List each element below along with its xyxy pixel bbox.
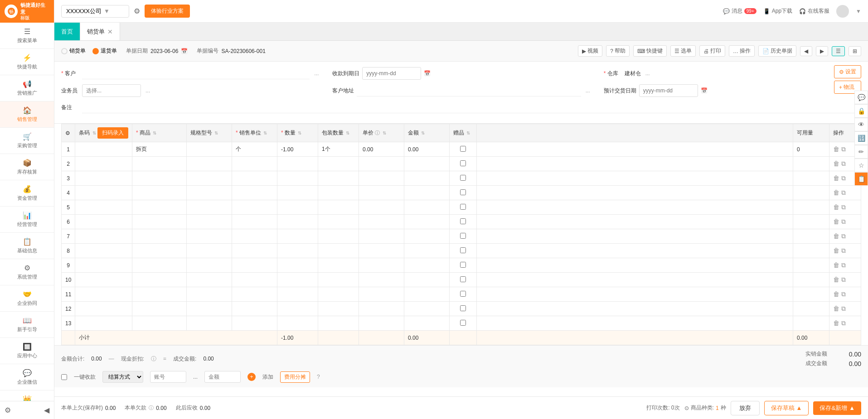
help-btn[interactable]: ? 帮助 <box>606 45 630 57</box>
tab-close-icon[interactable]: ✕ <box>107 28 113 35</box>
sidebar-item-guide[interactable]: 📖 新手引导 <box>0 312 54 338</box>
sidebar-item-wechat[interactable]: 💬 企业微信 <box>0 364 54 390</box>
sidebar-collapse-icon[interactable]: ◀ <box>44 406 49 414</box>
tab-sales-order[interactable]: 销货单 ✕ <box>80 23 120 40</box>
cash-discount-info-icon[interactable]: ⓘ <box>151 355 156 363</box>
video-btn[interactable]: ▶ 视频 <box>578 45 602 57</box>
delete-icon-2[interactable]: 🗑 <box>833 160 839 168</box>
sidebar-item-business[interactable]: 📊 经营管理 <box>0 207 54 233</box>
notes-input[interactable] <box>82 101 861 113</box>
right-float-calc[interactable]: 🔢 <box>854 131 868 145</box>
expense-split-btn[interactable]: 费用分摊 <box>280 371 310 383</box>
save-new-btn[interactable]: 保存&新增 ▲ <box>813 401 861 415</box>
view-grid-btn[interactable]: ⊞ <box>849 46 861 56</box>
spec-sort-icon[interactable]: ⇅ <box>214 130 218 135</box>
nav-next-btn[interactable]: ▶ <box>816 46 828 56</box>
product-cell-1[interactable]: 拆页 <box>132 142 187 157</box>
barcode-cell-1[interactable] <box>75 142 132 157</box>
expense-info-icon[interactable]: ? <box>317 374 320 380</box>
copy-icon-2[interactable]: ⧉ <box>841 160 846 168</box>
sidebar-item-finance[interactable]: 💰 资金管理 <box>0 180 54 207</box>
pack-qty-sort-icon[interactable]: ⇅ <box>346 130 349 135</box>
right-float-star[interactable]: ☆ <box>854 159 868 172</box>
unit-cell-1[interactable]: 个 <box>232 142 277 157</box>
one-click-payment-checkbox[interactable] <box>61 374 67 380</box>
settlement-method-select[interactable]: 结算方式 <box>102 371 143 383</box>
qty-sort-icon[interactable]: ⇅ <box>298 130 301 135</box>
company-selector[interactable]: XXXXXX公司 ▼ <box>61 5 129 18</box>
expected-delivery-input[interactable] <box>639 84 698 97</box>
unit-sort-icon[interactable]: ⇅ <box>263 130 267 135</box>
right-float-eye[interactable]: 👁 <box>854 118 868 131</box>
select-btn[interactable]: ☰ 选单 <box>670 45 696 57</box>
right-float-edit[interactable]: ✏ <box>854 145 868 159</box>
app-download-item[interactable]: 📱 App下载 <box>763 7 792 15</box>
price-info-icon[interactable]: ⓘ <box>375 130 380 135</box>
customer-address-dots[interactable]: ... <box>586 87 590 94</box>
table-settings-icon[interactable]: ⚙ <box>65 130 70 136</box>
radio-sales[interactable]: 销货单 <box>61 47 86 55</box>
payment-due-cal-icon[interactable]: 📅 <box>424 70 431 77</box>
sidebar-item-enterprise[interactable]: 🤝 企业协同 <box>0 285 54 312</box>
action-btn[interactable]: … 操作 <box>729 45 755 57</box>
spec-cell-1[interactable] <box>187 142 232 157</box>
sidebar-item-quick-nav[interactable]: ⚡ 快捷导航 <box>0 49 54 75</box>
topbar-settings-icon[interactable]: ⚙ <box>134 7 140 15</box>
gift-cell-1[interactable] <box>450 142 477 157</box>
barcode-sort-icon[interactable]: ⇅ <box>92 130 96 135</box>
right-float-chat[interactable]: 💬 <box>854 91 868 104</box>
unit-price-cell-1[interactable]: 0.00 <box>359 142 404 157</box>
product-sort-icon[interactable]: ⇅ <box>153 130 156 135</box>
radio-return[interactable]: 退货单 <box>92 47 117 55</box>
right-float-lock[interactable]: 🔒 <box>854 104 868 118</box>
sidebar-item-basic[interactable]: 📋 基础信息 <box>0 233 54 259</box>
gift-sort-icon[interactable]: ⇅ <box>466 130 470 135</box>
save-draft-btn[interactable]: 保存草稿 ▲ <box>764 401 809 415</box>
date-calendar-icon[interactable]: 📅 <box>181 48 188 54</box>
expected-delivery-cal-icon[interactable]: 📅 <box>701 87 708 94</box>
scan-btn[interactable]: 扫码录入 <box>97 127 128 139</box>
user-avatar[interactable] <box>836 5 849 18</box>
customer-input[interactable] <box>82 67 310 79</box>
add-payment-btn[interactable]: + <box>247 373 256 381</box>
discard-btn[interactable]: 放弃 <box>731 401 760 415</box>
history-btn[interactable]: 📄 历史单据 <box>758 45 796 57</box>
sidebar-item-member[interactable]: 👑 畅会员 <box>0 390 54 401</box>
tab-home[interactable]: 首页 <box>54 23 80 40</box>
payment-due-input[interactable] <box>362 67 421 80</box>
copy-icon-1[interactable]: ⧉ <box>841 145 846 153</box>
amount-sort-icon[interactable]: ⇅ <box>421 130 425 135</box>
sidebar-item-system[interactable]: ⚙ 系统管理 <box>0 259 54 285</box>
copy-icon-3[interactable]: ⧉ <box>841 174 846 182</box>
customer-address-input[interactable] <box>357 85 581 96</box>
qty-cell-1[interactable]: -1.00 <box>277 142 318 157</box>
nav-prev-btn[interactable]: ◀ <box>800 46 812 56</box>
sidebar-item-marketing[interactable]: 📢 营销推广 <box>0 75 54 101</box>
salesperson-dots[interactable]: ... <box>145 87 150 94</box>
sidebar-item-purchase[interactable]: 🛒 采购管理 <box>0 128 54 154</box>
account-input[interactable] <box>150 371 186 383</box>
salesperson-input[interactable] <box>82 84 141 97</box>
sidebar-item-sales[interactable]: 🏠 销售管理 <box>0 101 54 128</box>
sidebar-item-app-center[interactable]: 🔲 应用中心 <box>0 338 54 364</box>
unit-price-sort-icon[interactable]: ⇅ <box>383 130 386 135</box>
pack-qty-cell-1[interactable]: 1个 <box>318 142 359 157</box>
delete-icon-3[interactable]: 🗑 <box>833 174 839 182</box>
delete-icon-1[interactable]: 🗑 <box>833 145 839 153</box>
customer-dots[interactable]: ... <box>314 70 319 77</box>
online-support-item[interactable]: 🎧 在线客服 <box>799 7 829 15</box>
shortcut-btn[interactable]: ⌨ 快捷键 <box>633 45 667 57</box>
amount-cell-1[interactable]: 0.00 <box>404 142 450 157</box>
view-list-btn[interactable]: ☰ <box>832 46 845 56</box>
sidebar-settings-icon[interactable]: ⚙ <box>5 406 11 414</box>
message-item[interactable]: 💬 消息 99+ <box>723 7 756 15</box>
right-float-orange[interactable]: 📋 <box>854 172 868 186</box>
print-btn[interactable]: 🖨 打印 <box>699 45 725 57</box>
trial-btn[interactable]: 体验行业方案 <box>145 5 190 18</box>
sidebar-item-inventory[interactable]: 📦 库存核算 <box>0 154 54 180</box>
sidebar-item-search[interactable]: ☰ 搜索菜单 <box>0 23 54 49</box>
amount-input[interactable] <box>204 371 241 383</box>
warehouse-dots[interactable]: ... <box>645 70 650 77</box>
owed-info-icon[interactable]: ⓘ <box>149 405 154 411</box>
settings-side-btn[interactable]: ⚙ 设置 <box>834 65 861 78</box>
